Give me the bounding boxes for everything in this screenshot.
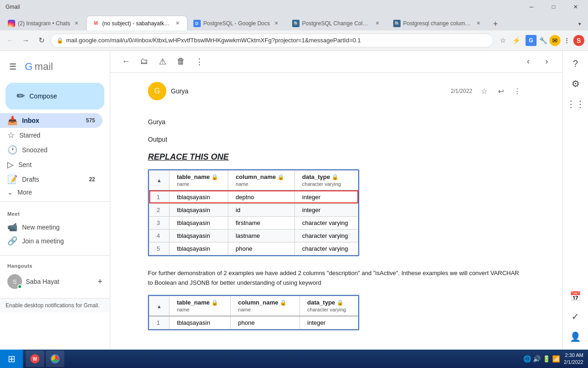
db-table-2: ▲ table_name 🔒 name column_name 🔒 name [149,296,358,329]
meet-new[interactable]: 📹 New meeting [7,220,102,234]
extension-icons: G 🔧 ✉ ⋮ S [526,35,584,46]
starred-icon: ☆ [7,130,15,140]
tab-pg1[interactable]: 🐘 PostgreSQL Change Colum... ✕ [286,16,387,30]
tab-instagram-close[interactable]: ✕ [73,20,80,27]
tab-docs[interactable]: D PostgreSQL - Google Docs ✕ [187,16,286,30]
panel-help-icon[interactable]: ? [566,54,585,73]
table-row: 1 tblaqsayasin phone integer [149,316,358,329]
panel-contacts-icon[interactable]: 👤 [566,328,585,346]
nav-inbox[interactable]: 📥 Inbox 575 [0,113,102,128]
nav-snoozed[interactable]: 🕐 Snoozed [0,143,102,157]
hamburger-menu[interactable]: ☰ [6,58,20,75]
description-text: For further demonstration of 2 examples … [148,269,525,288]
taskbar-icon-bars: 📶 [552,355,560,362]
hangout-avatar: S [7,274,22,289]
prev-email-button[interactable]: ‹ [520,53,537,70]
gmail-logo: G mail [25,61,53,73]
reply-email-button[interactable]: ↩ [493,84,508,98]
tab-docs-close[interactable]: ✕ [273,20,280,27]
taskbar-system-icons: 🌐 🔊 🔋 📶 [523,355,560,362]
nav-sent[interactable]: ▷ Sent [0,157,102,172]
tab-instagram[interactable]: (2) Instagram • Chats ✕ [2,16,86,30]
ext-icon-1[interactable]: G [526,35,537,46]
nav-starred[interactable]: ☆ Starred [0,128,102,143]
close-button[interactable]: ✕ [565,0,586,14]
delete-button[interactable]: 🗑 [173,53,189,70]
minimize-button[interactable]: ─ [521,0,542,14]
start-button[interactable]: ⊞ [0,350,23,368]
compose-plus-icon: ✏ [17,90,25,102]
taskbar-windows-button[interactable]: W [26,351,44,367]
extensions-button[interactable]: ⚡ [510,34,523,47]
more-icon: ⌄ [7,189,13,196]
archive-button[interactable]: 🗂 [136,53,153,70]
table-row: 5 tblaqsayasin phone character varying [149,242,358,255]
profile-icon[interactable]: S [573,35,584,46]
nav-more-toggle[interactable]: ⌄ More [0,187,110,198]
maximize-button[interactable]: □ [543,0,564,14]
tab-pg2-close[interactable]: ✕ [475,20,482,27]
pg1-favicon: 🐘 [292,20,300,27]
meet-section: Meet 📹 New meeting 🔗 Join a meeting [0,206,110,252]
hangout-add-icon[interactable]: + [97,277,102,287]
compose-button[interactable]: ✏ Compose [6,83,104,109]
compose-label: Compose [29,92,57,100]
more-email-button[interactable]: ⋮ [510,84,525,98]
tab-gmail[interactable]: M (no subject) - sabahayatkh... ✕ [86,16,187,30]
spam-button[interactable]: ⚠ [154,53,171,70]
bookmark-button[interactable]: ☆ [496,34,509,47]
url-bar[interactable]: 🔒 mail.google.com/mail/u/0/#inbox/KtbxLw… [51,34,493,47]
nav-drafts[interactable]: 📝 Drafts 22 [0,172,102,187]
url-text: mail.google.com/mail/u/0/#inbox/KtbxLwHP… [66,37,487,44]
gmail-logo-text: mail [34,61,53,73]
ext-icon-3[interactable]: ✉ [549,35,560,46]
back-to-inbox-button[interactable]: ← [118,53,134,70]
sidebar-header: ☰ G mail [0,54,110,83]
th2-column-name: column_name 🔒 name [231,296,300,316]
email-meta: G Gurya 2/1/2022 ☆ ↩ ⋮ [148,82,525,108]
tab-gmail-close[interactable]: ✕ [174,20,181,27]
email-body: G Gurya 2/1/2022 ☆ ↩ ⋮ Gurya Output REPL… [130,73,543,350]
title-bar: Gmail ─ □ ✕ [0,0,588,14]
taskbar-chrome-button[interactable] [46,351,64,367]
back-button[interactable]: ← [4,34,17,47]
next-email-button[interactable]: › [538,53,555,70]
window-title: Gmail [2,4,20,10]
tab-instagram-label: (2) Instagram • Chats [18,20,70,27]
snoozed-icon: 🕐 [7,145,17,155]
taskbar: ⊞ W 🌐 🔊 🔋 📶 2:30 AM 2/1/2022 [0,350,588,368]
email-body-line-2: Output [148,134,525,144]
starred-label: Starred [19,132,95,139]
taskbar-time: 2:30 AM 2/1/2022 [564,352,583,366]
panel-apps-icon[interactable]: ⋮⋮ [566,95,585,113]
snoozed-label: Snoozed [22,146,95,154]
hangout-user-item[interactable]: S Saba Hayat + [7,272,102,291]
taskbar-right: 🌐 🔊 🔋 📶 2:30 AM 2/1/2022 [519,352,588,366]
panel-tasks-icon[interactable]: ✓ [566,307,585,326]
taskbar-icon-battery: 🔋 [543,355,550,362]
tab-list-button[interactable]: ▾ [573,17,586,30]
lock2-icon-3: 🔒 [337,299,344,306]
ext-icon-2[interactable]: 🔧 [537,35,548,46]
email-heading: REPLACE THIS ONE [148,152,525,162]
reload-button[interactable]: ↻ [35,34,48,47]
notif-text: Enable desktop notifications for Gmail. [6,302,100,309]
tab-pg1-close[interactable]: ✕ [374,20,381,27]
new-meeting-label: New meeting [22,224,60,231]
db-table-1: ▲ table_name 🔒 name column_name 🔒 name [149,170,358,255]
ext-icon-4[interactable]: ⋮ [561,35,572,46]
tab-pg2[interactable]: 🐘 Postgresql change column... ✕ [387,16,488,30]
taskbar-chrome-icon [51,354,60,363]
sidebar-divider-1 [0,201,110,202]
gmail-logo-g: G [25,61,33,73]
forward-button[interactable]: → [19,34,32,47]
star-email-button[interactable]: ☆ [477,84,492,98]
meet-join[interactable]: 🔗 Join a meeting [7,234,102,248]
panel-calendar-icon[interactable]: 📅 [566,287,585,305]
email-more-button[interactable]: ⋮ [191,53,208,70]
new-tab-button[interactable]: + [489,17,502,30]
th2-data-type: data_type 🔒 character varying [300,296,358,316]
panel-settings-icon[interactable]: ⚙ [566,75,585,93]
sender-avatar: G [148,82,166,100]
window-controls: ─ □ ✕ [521,0,586,14]
